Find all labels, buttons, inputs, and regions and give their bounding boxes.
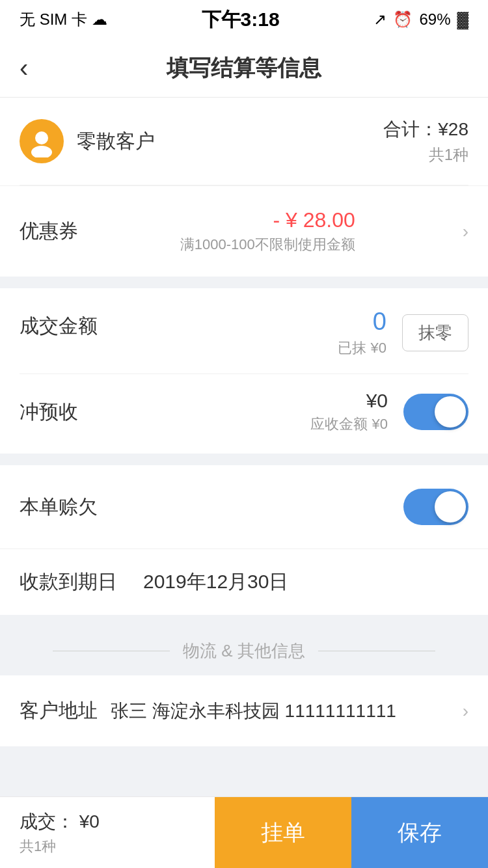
coupon-discount: - ¥ 28.00 bbox=[180, 208, 355, 232]
pre-received-row: 冲预收 ¥0 应收金额 ¥0 bbox=[0, 374, 488, 454]
coupon-right: - ¥ 28.00 满1000-100不限制使用金额 bbox=[180, 208, 355, 254]
pre-value-block: ¥0 应收金额 ¥0 bbox=[310, 390, 388, 434]
address-value: 张三 海淀永丰科技园 11111111111 bbox=[98, 699, 463, 724]
address-row[interactable]: 客户地址 张三 海淀永丰科技园 11111111111 › bbox=[0, 675, 488, 746]
amount-section: 成交金额 0 已抹 ¥0 抹零 冲预收 ¥0 应收金额 ¥0 bbox=[0, 288, 488, 454]
bottom-summary: 成交： ¥0 共1种 bbox=[0, 809, 215, 856]
amount-value-block: 0 已抹 ¥0 bbox=[338, 308, 386, 358]
bottom-count-label: 共1种 bbox=[20, 837, 195, 856]
nav-bar: ‹ 填写结算等信息 bbox=[0, 39, 488, 98]
amount-right: 0 已抹 ¥0 抹零 bbox=[338, 308, 468, 358]
amount-row: 成交金额 0 已抹 ¥0 抹零 bbox=[0, 288, 488, 373]
page-title: 填写结算等信息 bbox=[167, 53, 321, 83]
amount-label: 成交金额 bbox=[20, 308, 98, 340]
battery-icon: ▓ bbox=[457, 10, 468, 29]
svg-point-0 bbox=[35, 131, 48, 144]
alarm-icon: ⏰ bbox=[393, 10, 413, 29]
logistics-label: 物流 & 其他信息 bbox=[183, 640, 305, 662]
pre-label: 冲预收 bbox=[20, 399, 78, 426]
battery-label: 69% bbox=[419, 10, 450, 29]
round-zero-button[interactable]: 抹零 bbox=[402, 314, 468, 351]
customer-count: 共1种 bbox=[383, 144, 468, 165]
customer-section: 零散客户 合计：¥28 共1种 优惠券 - ¥ 28.00 满1000-100不… bbox=[0, 98, 488, 277]
logistics-line-left bbox=[53, 651, 170, 651]
logistics-section: 物流 & 其他信息 bbox=[0, 627, 488, 675]
amount-value: 0 bbox=[338, 308, 386, 336]
customer-total: 合计：¥28 bbox=[383, 117, 468, 142]
customer-row: 零散客户 合计：¥28 共1种 bbox=[0, 98, 488, 185]
due-date-row: 收款到期日 2019年12月30日 bbox=[0, 549, 488, 615]
sim-label: 无 SIM 卡 ☁ bbox=[20, 9, 107, 30]
debt-row: 本单赊欠 bbox=[0, 465, 488, 549]
customer-name: 零散客户 bbox=[77, 128, 155, 155]
address-arrow-icon: › bbox=[463, 701, 468, 722]
address-section: 客户地址 张三 海淀永丰科技园 11111111111 › bbox=[0, 675, 488, 746]
status-right: ↗ ⏰ 69% ▓ bbox=[373, 10, 468, 29]
debt-toggle-knob bbox=[435, 491, 466, 522]
amount-sub: 已抹 ¥0 bbox=[338, 338, 386, 358]
back-button[interactable]: ‹ bbox=[20, 53, 28, 83]
pre-value: ¥0 bbox=[310, 390, 388, 412]
logistics-label-row: 物流 & 其他信息 bbox=[0, 640, 488, 662]
bottom-bar: 成交： ¥0 共1种 挂单 保存 bbox=[0, 796, 488, 868]
location-icon: ↗ bbox=[373, 10, 386, 29]
coupon-arrow-icon: › bbox=[463, 221, 468, 242]
coupon-label: 优惠券 bbox=[20, 218, 78, 245]
save-button[interactable]: 保存 bbox=[351, 797, 488, 869]
coupon-row[interactable]: 优惠券 - ¥ 28.00 满1000-100不限制使用金额 › bbox=[0, 185, 488, 277]
due-label: 收款到期日 bbox=[20, 569, 117, 595]
avatar bbox=[20, 119, 64, 163]
pre-right: ¥0 应收金额 ¥0 bbox=[310, 390, 468, 434]
status-bar: 无 SIM 卡 ☁ 下午3:18 ↗ ⏰ 69% ▓ bbox=[0, 0, 488, 39]
pre-sub: 应收金额 ¥0 bbox=[310, 414, 388, 434]
status-left: 无 SIM 卡 ☁ bbox=[20, 9, 107, 30]
toggle-knob bbox=[435, 396, 466, 427]
status-time: 下午3:18 bbox=[202, 7, 280, 33]
debt-section: 本单赊欠 收款到期日 2019年12月30日 bbox=[0, 465, 488, 615]
pending-button[interactable]: 挂单 bbox=[215, 797, 351, 869]
customer-total-block: 合计：¥28 共1种 bbox=[383, 117, 468, 165]
due-value: 2019年12月30日 bbox=[143, 569, 288, 595]
logistics-line-right bbox=[318, 651, 435, 651]
debt-toggle[interactable] bbox=[403, 489, 468, 525]
debt-label: 本单赊欠 bbox=[20, 494, 98, 521]
customer-left: 零散客户 bbox=[20, 119, 155, 163]
address-label: 客户地址 bbox=[20, 698, 98, 724]
svg-point-1 bbox=[31, 146, 52, 157]
pre-received-toggle[interactable] bbox=[403, 394, 468, 430]
bottom-deal-label: 成交： ¥0 bbox=[20, 809, 195, 834]
coupon-desc: 满1000-100不限制使用金额 bbox=[180, 235, 355, 254]
